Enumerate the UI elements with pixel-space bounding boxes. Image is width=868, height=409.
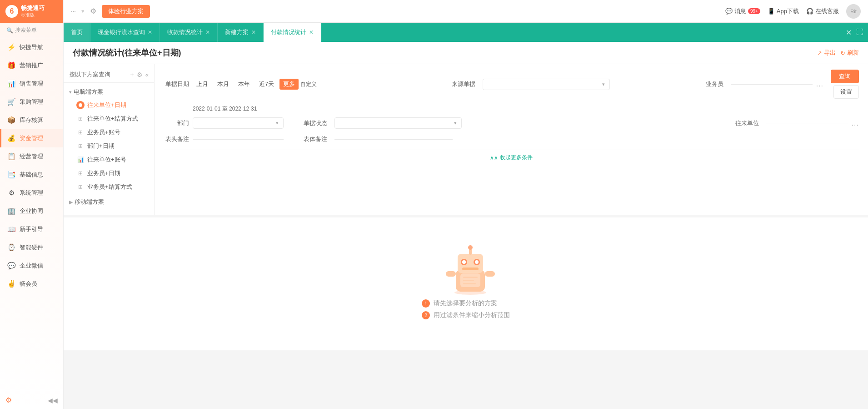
scheme-group-mobile-label: 移动端方案 bbox=[75, 198, 104, 206]
settings-bottom-icon[interactable]: ⚙ bbox=[5, 396, 12, 404]
page-header: 付款情况统计(往来单位+日期) ↗ 导出 ↻ 刷新 bbox=[64, 42, 868, 64]
svg-rect-15 bbox=[463, 283, 476, 284]
table-icon: ⊞ bbox=[76, 169, 85, 177]
partner-dots-button[interactable]: ... bbox=[852, 119, 859, 127]
sidebar-item-enterprise[interactable]: 🏢 企业协同 bbox=[0, 202, 63, 220]
date-custom-label[interactable]: 自定义 bbox=[300, 81, 317, 88]
date-preset-this-month[interactable]: 本月 bbox=[214, 79, 233, 90]
tab-payments[interactable]: 付款情况统计 ✕ bbox=[264, 23, 321, 42]
close-new-scheme-icon[interactable]: ✕ bbox=[251, 29, 256, 35]
sidebar-item-basic[interactable]: 📑 基础信息 bbox=[0, 166, 63, 184]
header-note-label: 表头备注 bbox=[164, 135, 193, 143]
scheme-item-label: 部门+日期 bbox=[87, 142, 115, 150]
scheme-item-partner-account[interactable]: 📊 往来单位+账号 bbox=[64, 153, 154, 167]
sidebar-item-guide[interactable]: 📖 新手引导 bbox=[0, 220, 63, 238]
scheme-item-label: 往来单位+结算方式 bbox=[87, 115, 138, 123]
sidebar-bottom: ⚙ ◀◀ bbox=[0, 391, 63, 409]
message-label: 消息 bbox=[734, 7, 746, 15]
scheme-group-mobile-title[interactable]: ▶ 移动端方案 bbox=[64, 196, 154, 208]
topbar: ··· ▾ ⚙ 体验行业方案 💬 消息 99+ 📱 App下载 🎧 在线客服 R… bbox=[64, 0, 868, 23]
sidebar-item-label: 基础信息 bbox=[20, 171, 43, 179]
tab-cash-flow[interactable]: 现金银行流水查询 ✕ bbox=[90, 23, 160, 42]
salesperson-dots-button[interactable]: ... bbox=[816, 80, 823, 88]
scheme-item-salesperson-account[interactable]: ⊞ 业务员+账号 bbox=[64, 126, 154, 139]
online-service-button[interactable]: 🎧 在线客服 bbox=[806, 7, 839, 15]
system-icon: ⚙ bbox=[7, 188, 16, 197]
scheme-collapse-icon[interactable]: « bbox=[145, 71, 149, 78]
scheme-add-icon[interactable]: + bbox=[130, 71, 134, 78]
breadcrumb: ··· bbox=[71, 8, 76, 15]
tab-home[interactable]: 首页 bbox=[64, 23, 90, 42]
avatar[interactable]: Rit bbox=[846, 4, 861, 19]
sidebar-item-quick-nav[interactable]: ⚡ 快捷导航 bbox=[0, 38, 63, 56]
topbar-settings-button[interactable]: ⚙ bbox=[90, 7, 96, 15]
tab-receivables[interactable]: 收款情况统计 ✕ bbox=[160, 23, 218, 42]
scheme-item-dept-date[interactable]: ⊞ 部门+日期 bbox=[64, 139, 154, 153]
query-button[interactable]: 查询 bbox=[831, 70, 859, 83]
sidebar-item-label: 营销推广 bbox=[20, 61, 43, 70]
sidebar-collapse-button[interactable]: ◀◀ bbox=[48, 397, 58, 404]
tabbar: 首页 现金银行流水查询 ✕ 收款情况统计 ✕ 新建方案 ✕ 付款情况统计 ✕ ✕… bbox=[64, 23, 868, 42]
hint-num-1: 1 bbox=[422, 299, 430, 308]
search-icon: 🔍 bbox=[6, 27, 13, 34]
search-label: 搜索菜单 bbox=[15, 26, 37, 34]
industry-btn[interactable]: 体验行业方案 bbox=[102, 5, 150, 18]
quick-nav-icon: ⚡ bbox=[7, 43, 16, 52]
sidebar-item-funds[interactable]: 💰 资金管理 bbox=[0, 129, 63, 147]
scheme-item-label: 往来单位+日期 bbox=[87, 101, 126, 109]
close-all-tabs-icon[interactable]: ✕ bbox=[846, 28, 852, 37]
funds-icon: 💰 bbox=[7, 134, 16, 143]
svg-rect-8 bbox=[446, 271, 456, 277]
scheme-item-partner-date[interactable]: 往来单位+日期 bbox=[64, 98, 154, 112]
sidebar-item-label: 库存核算 bbox=[20, 116, 43, 124]
collapse-label: 收起更多条件 bbox=[500, 154, 533, 162]
scheme-item-partner-settlement[interactable]: ⊞ 往来单位+结算方式 bbox=[64, 112, 154, 126]
home-tab-label: 首页 bbox=[71, 28, 83, 36]
table-icon: ⊞ bbox=[76, 183, 85, 191]
source-label: 来源单据 bbox=[450, 80, 479, 88]
sidebar-item-inventory[interactable]: 📦 库存核算 bbox=[0, 111, 63, 129]
date-preset-this-year[interactable]: 本年 bbox=[234, 79, 254, 90]
settings-button[interactable]: 设置 bbox=[833, 85, 859, 99]
date-preset-more[interactable]: 更多 bbox=[279, 79, 299, 90]
sidebar-item-label: 系统管理 bbox=[20, 189, 43, 197]
scheme-group-desktop-title[interactable]: ▾ 电脑端方案 bbox=[64, 86, 154, 98]
expand-tabs-icon[interactable]: ⛶ bbox=[856, 28, 863, 36]
sidebar-item-operations[interactable]: 📋 经营管理 bbox=[0, 147, 63, 166]
search-menu[interactable]: 🔍 搜索菜单 bbox=[0, 23, 63, 38]
source-select[interactable]: ▾ bbox=[483, 79, 610, 90]
close-cash-flow-icon[interactable]: ✕ bbox=[148, 29, 152, 35]
svg-rect-13 bbox=[463, 277, 478, 278]
sidebar-item-marketing[interactable]: 🎁 营销推广 bbox=[0, 56, 63, 75]
chevron-up-icon: ∧∧ bbox=[490, 155, 498, 161]
messages-button[interactable]: 💬 消息 99+ bbox=[725, 7, 760, 15]
scheme-item-salesperson-settlement[interactable]: ⊞ 业务员+结算方式 bbox=[64, 180, 154, 194]
hardware-icon: ⌚ bbox=[7, 243, 16, 252]
close-receivables-icon[interactable]: ✕ bbox=[205, 29, 210, 35]
wechat-icon: 💬 bbox=[7, 261, 16, 270]
scheme-panel-icons: + ⚙ « bbox=[130, 71, 149, 78]
close-payments-icon[interactable]: ✕ bbox=[309, 29, 314, 35]
date-preset-last-month[interactable]: 上月 bbox=[193, 79, 212, 90]
refresh-button[interactable]: ↻ 刷新 bbox=[840, 49, 859, 57]
svg-point-5 bbox=[462, 260, 466, 264]
voucher-status-select[interactable]: ▾ bbox=[334, 117, 462, 129]
hint-text-2: 用过滤条件来缩小分析范围 bbox=[434, 311, 510, 319]
dept-select[interactable]: ▾ bbox=[193, 117, 284, 129]
sidebar-item-system[interactable]: ⚙ 系统管理 bbox=[0, 184, 63, 202]
sidebar-item-sales[interactable]: 📊 销售管理 bbox=[0, 75, 63, 93]
dept-chevron-icon: ▾ bbox=[276, 120, 279, 126]
tab-new-scheme[interactable]: 新建方案 ✕ bbox=[218, 23, 264, 42]
date-presets: 上月 本月 本年 近7天 更多 自定义 bbox=[193, 79, 317, 90]
date-preset-7days[interactable]: 近7天 bbox=[255, 79, 278, 90]
scheme-panel: 按以下方案查询 + ⚙ « ▾ 电脑端方案 bbox=[64, 64, 155, 215]
sidebar-item-purchase[interactable]: 🛒 采购管理 bbox=[0, 93, 63, 111]
sidebar-item-wechat[interactable]: 💬 企业微信 bbox=[0, 257, 63, 275]
sidebar-item-member[interactable]: ✌ 畅会员 bbox=[0, 275, 63, 293]
scheme-settings-icon[interactable]: ⚙ bbox=[137, 71, 143, 78]
export-button[interactable]: ↗ 导出 bbox=[817, 49, 836, 57]
sidebar-item-hardware[interactable]: ⌚ 智能硬件 bbox=[0, 238, 63, 257]
collapse-bar[interactable]: ∧∧ 收起更多条件 bbox=[164, 150, 859, 165]
scheme-item-salesperson-date[interactable]: ⊞ 业务员+日期 bbox=[64, 167, 154, 180]
app-download-button[interactable]: 📱 App下载 bbox=[768, 7, 799, 15]
